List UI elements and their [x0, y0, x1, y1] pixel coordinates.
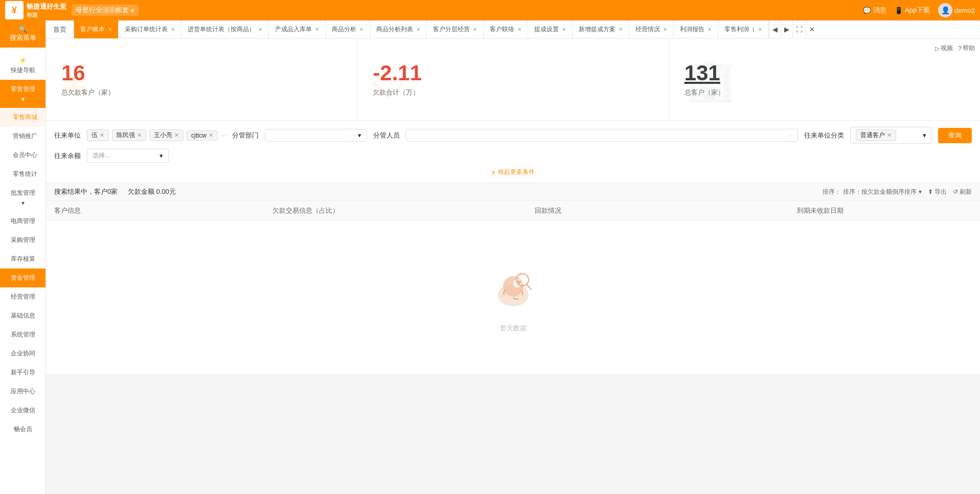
- filter-tag-cjttcw[interactable]: cjttcw ✕: [187, 130, 218, 141]
- tab-operations[interactable]: 经营情况 ✕: [629, 20, 674, 39]
- query-button[interactable]: 查询: [938, 128, 972, 143]
- tab-close-add-commission[interactable]: ✕: [619, 27, 623, 32]
- top-bar-right: 💬 消息 📱 App下载 👤 demo2: [863, 3, 975, 17]
- sort-label-prefix: 排序：: [823, 188, 841, 196]
- tab-close-commission-settings[interactable]: ✕: [562, 27, 566, 32]
- tab-cost-inbound[interactable]: 产成品入库单 ✕: [269, 20, 326, 39]
- unit-classify-select[interactable]: 普通客户 ✕ ▾: [850, 127, 932, 144]
- unit-classify-tag[interactable]: 普通客户 ✕: [856, 129, 896, 141]
- tabs-scroll-left[interactable]: ◀: [769, 20, 781, 39]
- tab-close-cost-inbound[interactable]: ✕: [315, 27, 319, 32]
- tab-retail-profit[interactable]: 零售利润（ ✕: [718, 20, 769, 39]
- export-icon: ⬆: [928, 188, 933, 195]
- app-logo: ¥ 畅捷通好生意 标版: [5, 1, 66, 19]
- sidebar-search[interactable]: 🔍 搜索菜单: [0, 20, 45, 48]
- summary-card-total-customers: 🏢 131 总客户（家） ▷ 视频 ?: [669, 39, 980, 120]
- sidebar-quick-nav[interactable]: ⚡ 快捷导航: [0, 52, 45, 80]
- result-actions: 排序： 排序：按欠款金额倒序排序 ▾ ⬆ 导出 ↺ 刷新: [823, 188, 972, 196]
- tab-close-product-analysis-list[interactable]: ✕: [416, 27, 420, 32]
- sidebar-item-retail-stats[interactable]: 零售统计: [0, 165, 45, 184]
- sidebar-item-system[interactable]: 系统管理: [0, 325, 45, 344]
- tag-close-wang[interactable]: ✕: [174, 132, 179, 139]
- tab-commission-settings[interactable]: 提成设置 ✕: [528, 20, 573, 39]
- tab-customer-segment[interactable]: 客户分层经营 ✕: [427, 20, 484, 39]
- tab-close-retail-profit[interactable]: ✕: [758, 27, 762, 32]
- tab-home[interactable]: 首页: [46, 20, 74, 39]
- tag-close-wu[interactable]: ✕: [100, 132, 104, 139]
- dept-dots: ···: [350, 131, 356, 139]
- tab-product-analysis-list[interactable]: 商品分析列表 ✕: [370, 20, 427, 39]
- filter-more[interactable]: ···: [221, 132, 226, 139]
- chevron-down-icon: ▾: [21, 96, 25, 103]
- tab-close-profit-report[interactable]: ✕: [708, 27, 712, 32]
- sidebar-item-marketing[interactable]: 营销推广: [0, 127, 45, 146]
- tag-close-chen[interactable]: ✕: [137, 132, 142, 139]
- filter-tag-wu[interactable]: 伍 ✕: [87, 129, 109, 141]
- sidebar-item-inventory[interactable]: 库存核算: [0, 250, 45, 268]
- total-debt-amount-label: 欠款合计（万）: [373, 88, 653, 97]
- tabs-scroll-right[interactable]: ▶: [781, 20, 792, 39]
- dept-select[interactable]: ··· ▾: [265, 129, 367, 142]
- tabs-maximize[interactable]: ⛶: [792, 20, 806, 39]
- sidebar-item-ops[interactable]: 经营管理: [0, 287, 45, 306]
- sidebar-item-member[interactable]: 会员中心: [0, 146, 45, 165]
- tab-product-analysis[interactable]: 商品分析 ✕: [326, 20, 370, 39]
- filter-tag-chen[interactable]: 陈民强 ✕: [112, 129, 146, 141]
- empty-text: 暂无数据: [500, 324, 527, 333]
- tab-close-operations[interactable]: ✕: [663, 27, 667, 32]
- video-btn[interactable]: ▷ 视频: [935, 44, 953, 53]
- tab-purchase-order-stats[interactable]: 采购订单统计表 ✕: [119, 20, 181, 39]
- tab-add-commission[interactable]: 新增提成方案 ✕: [573, 20, 629, 39]
- refresh-icon: ↺: [953, 188, 958, 195]
- tab-customer-contact[interactable]: 客户联络 ✕: [484, 20, 528, 39]
- tab-customer-account[interactable]: 客户账本 ✕: [74, 20, 119, 39]
- person-select[interactable]: ···: [406, 129, 798, 142]
- sidebar-item-basic[interactable]: 基础信息: [0, 306, 45, 325]
- app-download-btn[interactable]: 📱 App下载: [895, 6, 930, 15]
- tab-close-purchase-order[interactable]: ✕: [171, 27, 175, 32]
- sidebar-item-corp[interactable]: 企业协同: [0, 344, 45, 363]
- download-icon: 📱: [895, 7, 903, 14]
- svg-line-5: [527, 284, 531, 289]
- sidebar-item-finance[interactable]: 资金管理: [0, 268, 45, 287]
- person-dots: ···: [787, 131, 792, 139]
- tab-profit-report[interactable]: 利润报告 ✕: [674, 20, 718, 39]
- sidebar-item-vip[interactable]: 畅会员: [0, 420, 45, 439]
- sidebar-item-wholesale[interactable]: 批发管理 ▾: [0, 184, 45, 212]
- collapse-button[interactable]: ∧ 收起更多条件: [491, 168, 535, 176]
- tabs-bar: 首页 客户账本 ✕ 采购订单统计表 ✕ 进货单统计表（按商品） ✕ 产成品入库单…: [46, 20, 980, 39]
- tab-inbound-stats[interactable]: 进货单统计表（按商品） ✕: [181, 20, 269, 39]
- sidebar-item-newbie[interactable]: 新手引导: [0, 363, 45, 382]
- tab-close-customer-contact[interactable]: ✕: [517, 27, 521, 32]
- refresh-button[interactable]: ↺ 刷新: [953, 188, 972, 196]
- sidebar-item-ecommerce[interactable]: 电商管理: [0, 212, 45, 231]
- tag-close-cjttcw[interactable]: ✕: [209, 132, 213, 139]
- messages-btn[interactable]: 💬 消息: [863, 6, 886, 15]
- sort-selector[interactable]: 排序： 排序：按欠款金额倒序排序 ▾: [823, 188, 922, 196]
- tab-close-inbound[interactable]: ✕: [258, 27, 262, 32]
- collapse-row: ∧ 收起更多条件: [54, 168, 972, 176]
- tab-close-product-analysis[interactable]: ✕: [359, 27, 363, 32]
- tab-close-customer-account[interactable]: ✕: [108, 27, 112, 32]
- filter-tag-wang[interactable]: 王小亮 ✕: [149, 129, 184, 141]
- tag-close-classify[interactable]: ✕: [887, 132, 892, 139]
- tab-close-customer-segment[interactable]: ✕: [473, 27, 477, 32]
- tabs-close-all[interactable]: ✕: [806, 20, 818, 39]
- summary-cards: ¥ 16 总欠款客户（家） ◇ -2.11 欠款合计（万） 🏢: [46, 39, 980, 121]
- sidebar-item-retail-mall[interactable]: 零售商城: [0, 108, 45, 127]
- chevron-down-sort: ▾: [919, 188, 922, 195]
- sidebar-item-retail-mgmt[interactable]: 零售管理 ▾: [0, 80, 45, 108]
- balance-select[interactable]: 选择... ▾: [87, 149, 169, 163]
- app-subname: 标版: [27, 11, 66, 19]
- sidebar-item-purchase[interactable]: 采购管理: [0, 231, 45, 250]
- empty-state: 暂无数据: [46, 221, 980, 374]
- sidebar-item-wecom[interactable]: 企业微信: [0, 401, 45, 420]
- play-icon: ▷: [935, 45, 940, 52]
- industry-select[interactable]: 母婴行业演示帐套 ▾: [72, 5, 139, 16]
- logo-icon: ¥: [5, 1, 24, 19]
- help-btn[interactable]: ? 帮助: [958, 44, 975, 53]
- export-button[interactable]: ⬆ 导出: [928, 188, 947, 196]
- user-avatar-btn[interactable]: 👤 demo2: [938, 3, 975, 17]
- result-info: 搜索结果中，客户0家 欠款金额 0.00元: [54, 187, 184, 196]
- sidebar-item-app-center[interactable]: 应用中心: [0, 382, 45, 401]
